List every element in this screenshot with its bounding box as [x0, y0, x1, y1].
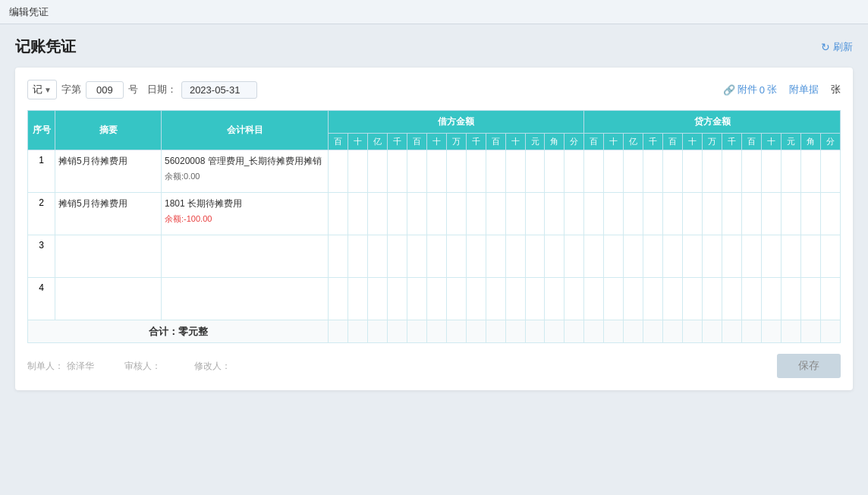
- cell-debit-1-3[interactable]: [387, 193, 407, 235]
- ji-select[interactable]: 记 ▼: [27, 80, 57, 99]
- cell-debit-1-4[interactable]: [407, 193, 426, 235]
- cell-debit-3-8[interactable]: [486, 278, 505, 320]
- cell-debit-3-2[interactable]: [367, 278, 387, 320]
- cell-account-3[interactable]: [162, 278, 329, 320]
- cell-credit-1-7[interactable]: [722, 193, 742, 235]
- cell-debit-1-10[interactable]: [525, 193, 545, 235]
- cell-credit-2-10[interactable]: [781, 235, 800, 278]
- cell-credit-2-8[interactable]: [742, 235, 762, 278]
- cell-credit-3-1[interactable]: [604, 278, 624, 320]
- cell-credit-3-11[interactable]: [800, 278, 820, 320]
- cell-debit-1-5[interactable]: [426, 193, 446, 235]
- cell-debit-3-6[interactable]: [446, 278, 466, 320]
- cell-credit-1-8[interactable]: [742, 193, 762, 235]
- cell-credit-3-5[interactable]: [683, 278, 703, 320]
- cell-account-2[interactable]: [162, 235, 329, 278]
- cell-credit-0-10[interactable]: [781, 150, 800, 193]
- cell-credit-0-1[interactable]: [604, 150, 624, 193]
- cell-credit-1-9[interactable]: [761, 193, 781, 235]
- cell-debit-2-12[interactable]: [565, 235, 584, 278]
- cell-credit-3-0[interactable]: [584, 278, 604, 320]
- cell-debit-0-3[interactable]: [387, 150, 407, 193]
- cell-credit-1-1[interactable]: [604, 193, 624, 235]
- cell-debit-3-11[interactable]: [545, 278, 565, 320]
- cell-debit-2-2[interactable]: [367, 235, 387, 278]
- cell-credit-2-1[interactable]: [604, 235, 624, 278]
- cell-debit-2-5[interactable]: [426, 235, 446, 278]
- cell-debit-0-11[interactable]: [545, 150, 565, 193]
- cell-debit-0-7[interactable]: [466, 150, 486, 193]
- cell-debit-2-3[interactable]: [387, 235, 407, 278]
- cell-credit-2-7[interactable]: [722, 235, 742, 278]
- save-button[interactable]: 保存: [777, 354, 841, 378]
- cell-debit-3-1[interactable]: [348, 278, 367, 320]
- cell-debit-0-1[interactable]: [348, 150, 367, 193]
- cell-debit-2-11[interactable]: [545, 235, 565, 278]
- cell-credit-3-6[interactable]: [703, 278, 722, 320]
- cell-credit-2-9[interactable]: [761, 235, 781, 278]
- cell-credit-0-2[interactable]: [624, 150, 643, 193]
- cell-credit-0-6[interactable]: [703, 150, 722, 193]
- cell-debit-3-7[interactable]: [466, 278, 486, 320]
- date-value[interactable]: 2023-05-31: [181, 81, 257, 99]
- cell-summary-2[interactable]: [55, 235, 162, 278]
- cell-credit-3-7[interactable]: [722, 278, 742, 320]
- cell-credit-0-9[interactable]: [761, 150, 781, 193]
- cell-credit-2-12[interactable]: [820, 235, 840, 278]
- cell-credit-2-0[interactable]: [584, 235, 604, 278]
- cell-debit-3-4[interactable]: [407, 278, 426, 320]
- cell-debit-0-9[interactable]: [505, 150, 525, 193]
- cell-debit-1-9[interactable]: [505, 193, 525, 235]
- cell-credit-3-9[interactable]: [761, 278, 781, 320]
- cell-debit-0-4[interactable]: [407, 150, 426, 193]
- cell-debit-3-0[interactable]: [329, 278, 348, 320]
- cell-credit-1-3[interactable]: [643, 193, 663, 235]
- cell-debit-0-8[interactable]: [486, 150, 505, 193]
- cell-credit-0-3[interactable]: [643, 150, 663, 193]
- cell-credit-0-8[interactable]: [742, 150, 762, 193]
- cell-debit-3-3[interactable]: [387, 278, 407, 320]
- cell-debit-2-8[interactable]: [486, 235, 505, 278]
- cell-credit-0-12[interactable]: [820, 150, 840, 193]
- cell-credit-1-11[interactable]: [800, 193, 820, 235]
- cell-debit-1-11[interactable]: [545, 193, 565, 235]
- cell-debit-3-5[interactable]: [426, 278, 446, 320]
- cell-credit-3-3[interactable]: [643, 278, 663, 320]
- cell-credit-2-2[interactable]: [624, 235, 643, 278]
- cell-debit-1-8[interactable]: [486, 193, 505, 235]
- cell-debit-2-6[interactable]: [446, 235, 466, 278]
- cell-debit-0-0[interactable]: [329, 150, 348, 193]
- cell-credit-2-11[interactable]: [800, 235, 820, 278]
- cell-credit-1-12[interactable]: [820, 193, 840, 235]
- cell-debit-1-2[interactable]: [367, 193, 387, 235]
- refresh-button[interactable]: ↻ 刷新: [821, 40, 853, 54]
- cell-debit-3-12[interactable]: [565, 278, 584, 320]
- cell-debit-2-1[interactable]: [348, 235, 367, 278]
- cell-debit-1-12[interactable]: [565, 193, 584, 235]
- cell-credit-1-5[interactable]: [683, 193, 703, 235]
- cell-debit-2-0[interactable]: [329, 235, 348, 278]
- cell-summary-3[interactable]: [55, 278, 162, 320]
- cell-account-1[interactable]: 1801 长期待摊费用余额:-100.00: [162, 193, 329, 235]
- attach-button[interactable]: 🔗 附件 0 张: [723, 83, 777, 96]
- cell-credit-1-6[interactable]: [703, 193, 722, 235]
- cell-credit-2-4[interactable]: [663, 235, 683, 278]
- cell-credit-2-3[interactable]: [643, 235, 663, 278]
- cell-debit-1-7[interactable]: [466, 193, 486, 235]
- cell-credit-1-0[interactable]: [584, 193, 604, 235]
- cell-credit-3-8[interactable]: [742, 278, 762, 320]
- cell-debit-0-5[interactable]: [426, 150, 446, 193]
- cell-debit-1-1[interactable]: [348, 193, 367, 235]
- cell-debit-0-10[interactable]: [525, 150, 545, 193]
- cell-debit-0-2[interactable]: [367, 150, 387, 193]
- cell-credit-1-4[interactable]: [663, 193, 683, 235]
- cell-credit-0-5[interactable]: [683, 150, 703, 193]
- cell-debit-1-6[interactable]: [446, 193, 466, 235]
- cell-credit-0-7[interactable]: [722, 150, 742, 193]
- cell-debit-2-4[interactable]: [407, 235, 426, 278]
- cell-summary-1[interactable]: 摊销5月待摊费用: [55, 193, 162, 235]
- cell-debit-1-0[interactable]: [329, 193, 348, 235]
- cell-credit-3-4[interactable]: [663, 278, 683, 320]
- cell-debit-2-10[interactable]: [525, 235, 545, 278]
- cell-credit-0-11[interactable]: [800, 150, 820, 193]
